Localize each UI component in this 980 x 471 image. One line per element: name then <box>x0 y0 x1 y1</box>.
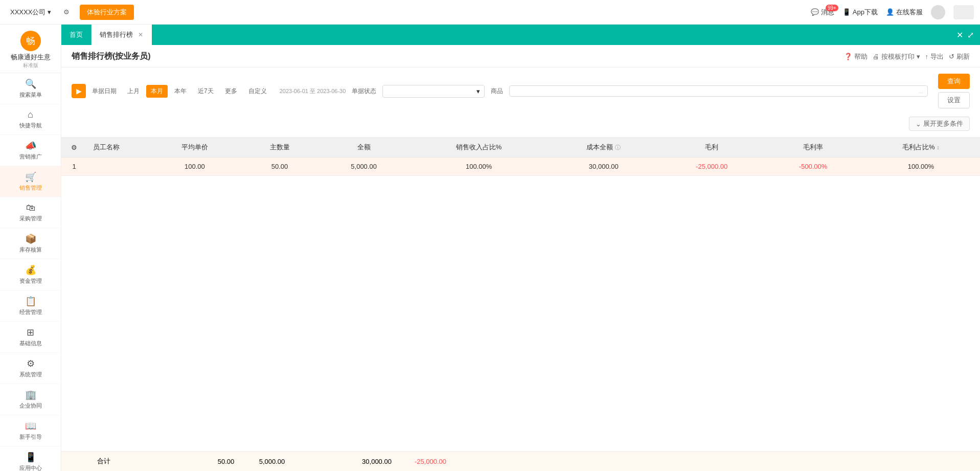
expand-row: ⌄ 展开更多条件 <box>72 113 970 131</box>
cost-info-icon[interactable]: ⓘ <box>615 144 621 150</box>
th-sales-pct: 销售收入占比% <box>409 138 549 158</box>
tab-expand-icon[interactable]: ⤢ <box>967 30 974 40</box>
table-header-row: ⚙ 员工名称 平均单价 主数量 全额 销售收入占比% 成本全额 ⓘ <box>61 138 980 158</box>
status-filter-select[interactable]: ▾ <box>382 85 485 98</box>
print-chevron-icon: ▾ <box>917 53 920 60</box>
cell-gross-pct: 100.00% <box>862 158 980 176</box>
page-header: 销售排行榜(按业务员) ❓ 帮助 🖨 按模板打印 ▾ ↑ 导出 <box>61 45 980 68</box>
th-qty: 主数量 <box>241 138 318 158</box>
main-layout: 畅 畅康通好生意 标准版 🔍 搜索菜单 ⌂ 快捷导航 📣 营销推广 🛒 销售管理… <box>0 25 980 471</box>
inventory-icon: 📦 <box>25 233 36 244</box>
expand-label: 展开更多条件 <box>923 119 963 128</box>
system-icon: ⚙ <box>27 358 35 369</box>
trial-button[interactable]: 体验行业方案 <box>80 5 134 20</box>
sidebar-label-purchase: 采购管理 <box>19 215 42 222</box>
tab-close-all-icon[interactable]: ✕ <box>956 30 963 40</box>
gross-pct-sort-icon[interactable]: ↕ <box>937 144 940 150</box>
sidebar-item-app-center[interactable]: 📱 应用中心 <box>0 446 61 471</box>
app-download-button[interactable]: 📱 App下载 <box>842 8 878 17</box>
goods-filter-input[interactable]: ... <box>509 85 928 97</box>
filter-toggle-icon[interactable]: ▶ <box>72 84 86 98</box>
cell-gross-rate: -500.00% <box>764 158 862 176</box>
th-total: 全额 <box>318 138 409 158</box>
content-area: 首页 销售排行榜 ✕ ✕ ⤢ 销售排行榜(按业务员) ❓ 帮助 <box>61 25 980 471</box>
page-content: 销售排行榜(按业务员) ❓ 帮助 🖨 按模板打印 ▾ ↑ 导出 <box>61 45 980 471</box>
sidebar: 畅 畅康通好生意 标准版 🔍 搜索菜单 ⌂ 快捷导航 📣 营销推广 🛒 销售管理… <box>0 25 61 471</box>
date-btn-custom[interactable]: 自定义 <box>244 85 271 98</box>
tab-sales-rank[interactable]: 销售排行榜 ✕ <box>92 25 152 45</box>
sidebar-label-guide: 新手引导 <box>19 433 42 441</box>
table-footer: 合计 50.00 5,000.00 30,000.00 -25,000.00 <box>61 451 980 471</box>
date-btn-this-month[interactable]: 本月 <box>146 85 168 98</box>
support-icon: 👤 <box>886 8 894 16</box>
sidebar-item-capital[interactable]: 💰 资金管理 <box>0 259 61 290</box>
cell-total: 5,000.00 <box>318 158 409 176</box>
purchase-icon: 🛍 <box>26 203 35 213</box>
sidebar-item-search-order[interactable]: 🔍 搜索菜单 <box>0 73 61 104</box>
tab-bar: 首页 销售排行榜 ✕ ✕ ⤢ <box>61 25 980 45</box>
capital-icon: 💰 <box>25 264 36 276</box>
sidebar-label-capital: 资金管理 <box>19 277 42 285</box>
sales-icon: 🛒 <box>25 171 36 183</box>
sidebar-item-marketing[interactable]: 📣 营销推广 <box>0 135 61 166</box>
basic-info-icon: ⊞ <box>27 327 34 338</box>
table-settings-icon[interactable]: ⚙ <box>71 144 77 151</box>
th-cost: 成本全额 ⓘ <box>548 138 659 158</box>
sidebar-item-guide[interactable]: 📖 新手引导 <box>0 415 61 446</box>
status-select-chevron: ▾ <box>476 87 480 95</box>
date-btn-7days[interactable]: 近7天 <box>193 85 218 98</box>
sidebar-item-purchase[interactable]: 🛍 采购管理 <box>0 197 61 228</box>
tab-bar-right: ✕ ⤢ <box>950 30 980 40</box>
avatar[interactable] <box>931 5 945 19</box>
tab-home-label: 首页 <box>70 30 83 39</box>
settings-icon[interactable]: ⚙ <box>59 5 74 19</box>
th-gross-rate: 毛利率 <box>764 138 862 158</box>
page-header-actions: ❓ 帮助 🖨 按模板打印 ▾ ↑ 导出 ↺ 刷新 <box>844 52 970 61</box>
cell-cost: 30,000.00 <box>548 158 659 176</box>
settings-button[interactable]: 设置 <box>938 92 970 108</box>
goods-filter-label: 商品 <box>491 87 503 96</box>
sidebar-label-basic-info: 基础信息 <box>19 340 42 347</box>
sidebar-item-sales[interactable]: 🛒 销售管理 <box>0 166 61 197</box>
message-button[interactable]: 💬 消息 99+ <box>811 8 834 17</box>
date-btn-last-month[interactable]: 上月 <box>123 85 144 98</box>
table-section: ⚙ 员工名称 平均单价 主数量 全额 销售收入占比% 成本全额 ⓘ <box>61 138 980 471</box>
company-selector[interactable]: XXXXX公司 ▾ <box>6 6 55 19</box>
sidebar-item-basic-info[interactable]: ⊞ 基础信息 <box>0 322 61 353</box>
company-name: XXXXX公司 <box>10 8 45 17</box>
sidebar-item-enterprise[interactable]: 🏢 企业协同 <box>0 384 61 415</box>
guide-icon: 📖 <box>25 420 36 432</box>
goods-more-btn[interactable]: ... <box>919 88 923 94</box>
help-button[interactable]: ❓ 帮助 <box>844 52 868 61</box>
refresh-button[interactable]: ↺ 刷新 <box>949 52 970 61</box>
sidebar-item-quick-nav[interactable]: ⌂ 快捷导航 <box>0 104 61 135</box>
print-icon: 🖨 <box>873 53 879 60</box>
operation-icon: 📋 <box>25 296 36 307</box>
template-print-button[interactable]: 🖨 按模板打印 ▾ <box>873 52 920 61</box>
date-range-text: 2023-06-01 至 2023-06-30 <box>280 87 346 95</box>
footer-label: 合计 <box>93 457 154 466</box>
tab-close-icon[interactable]: ✕ <box>138 31 143 38</box>
tab-home[interactable]: 首页 <box>61 25 92 45</box>
export-button[interactable]: ↑ 导出 <box>925 52 944 61</box>
cell-rank: 1 <box>61 158 87 176</box>
date-btn-this-year[interactable]: 本年 <box>170 85 191 98</box>
refresh-icon: ↺ <box>949 53 954 60</box>
table-body: 1 100.00 50.00 5,000.00 100.00% 30,000.0… <box>61 158 980 176</box>
search-order-icon: 🔍 <box>25 78 36 89</box>
sidebar-item-system[interactable]: ⚙ 系统管理 <box>0 353 61 384</box>
footer-qty: 50.00 <box>206 458 246 465</box>
date-btn-more[interactable]: 更多 <box>220 85 242 98</box>
filter-area: ▶ 单据日期 上月 本月 本年 近7天 更多 自定义 2023-06-01 至 … <box>61 68 980 138</box>
date-filter-group: 上月 本月 本年 近7天 更多 自定义 <box>123 85 271 98</box>
table-wrapper[interactable]: ⚙ 员工名称 平均单价 主数量 全额 销售收入占比% 成本全额 ⓘ <box>61 138 980 451</box>
logo-icon: 畅 <box>20 31 41 51</box>
sidebar-item-inventory[interactable]: 📦 库存核算 <box>0 228 61 259</box>
sidebar-item-operation[interactable]: 📋 经营管理 <box>0 290 61 322</box>
expand-more-btn[interactable]: ⌄ 展开更多条件 <box>909 117 970 131</box>
cell-sales-pct: 100.00% <box>409 158 549 176</box>
filter-row-1: ▶ 单据日期 上月 本月 本年 近7天 更多 自定义 2023-06-01 至 … <box>72 74 970 108</box>
query-button[interactable]: 查询 <box>938 74 970 89</box>
online-support-button[interactable]: 👤 在线客服 <box>886 8 923 17</box>
th-gross: 毛利 <box>659 138 764 158</box>
